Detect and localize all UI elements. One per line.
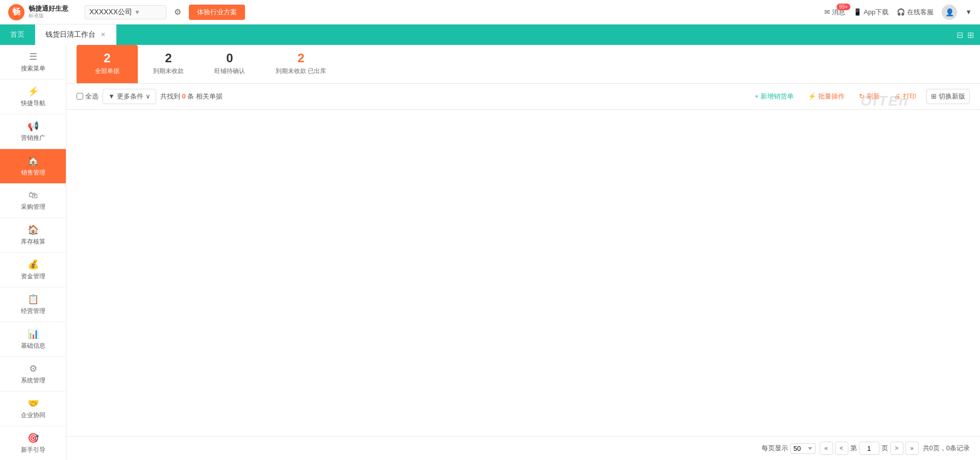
- newbie-icon: 🎯: [28, 432, 39, 444]
- refresh-label: 刷新: [867, 92, 880, 101]
- tab-expand-icon[interactable]: ⊞: [967, 30, 974, 40]
- online-service-btn[interactable]: 🎧 在线客服: [897, 8, 934, 17]
- page-text-unit: 页: [881, 444, 888, 453]
- refresh-btn[interactable]: ↻ 刷新: [855, 89, 884, 104]
- tab-workbench-label: 钱货日清工作台: [45, 30, 95, 39]
- tab-close-icon[interactable]: ✕: [101, 31, 106, 38]
- refresh-icon: ↻: [859, 92, 865, 100]
- sidebar-item-purchase[interactable]: 🛍 采购管理: [0, 184, 66, 218]
- sidebar-item-finance[interactable]: 💰 资金管理: [0, 253, 66, 287]
- page-nav: « < 第 页 > »: [820, 442, 919, 455]
- result-count: 0: [182, 92, 186, 100]
- tab-workbench[interactable]: 钱货日清工作台 ✕: [35, 25, 116, 45]
- sidebar-item-marketing[interactable]: 📢 营销推广: [0, 114, 66, 149]
- user-avatar[interactable]: 👤: [942, 5, 957, 20]
- shortcut-icon: ⚡: [28, 86, 39, 97]
- app-download-btn[interactable]: 📱 App下载: [853, 8, 889, 17]
- logo-title: 畅捷通好生意: [29, 5, 68, 13]
- switch-version-btn[interactable]: ⊞ 切换新版: [926, 89, 970, 104]
- add-sales-order-btn[interactable]: + 新增销货单: [750, 89, 798, 104]
- page-size-label: 每页显示: [762, 444, 788, 453]
- print-icon: 🖨: [894, 92, 901, 100]
- select-all-checkbox[interactable]: 全选: [77, 92, 99, 101]
- table-area: [66, 110, 980, 436]
- sidebar-item-system[interactable]: ⚙ 系统管理: [0, 357, 66, 392]
- sidebar-item-enterprise[interactable]: 🤝 企业协同: [0, 392, 66, 426]
- stat-tab-overdue[interactable]: 2 到期未收款: [138, 45, 199, 83]
- stat-number-all: 2: [104, 51, 110, 66]
- app-download-label: App下载: [864, 8, 889, 17]
- stat-tab-all[interactable]: 2 全部单据: [77, 45, 138, 83]
- content-area: 2 全部单据 2 到期未收款 0 旺铺待确认 2 到期未收款 已出库 全选: [66, 45, 980, 460]
- sidebar-item-shortcut-label: 快捷导航: [21, 99, 45, 108]
- toolbar: 全选 ▼ 更多条件 ∨ 共找到 0 条 相关单据 + 新增销货单: [66, 84, 980, 110]
- last-page-btn[interactable]: »: [905, 442, 919, 455]
- sidebar-item-newbie[interactable]: 🎯 新手引导: [0, 426, 66, 460]
- page-size-dropdown[interactable]: 20 50 100: [790, 443, 816, 454]
- enterprise-icon: 🤝: [28, 398, 39, 409]
- sidebar-item-basic-info[interactable]: 📊 基础信息: [0, 322, 66, 357]
- sidebar-item-operations[interactable]: 📋 经营管理: [0, 287, 66, 322]
- logo-icon: 畅: [8, 4, 24, 20]
- avatar-icon: 👤: [945, 8, 954, 16]
- add-icon: +: [754, 92, 758, 100]
- total-records: 共0页，0条记录: [923, 444, 970, 453]
- prev-page-btn[interactable]: <: [835, 442, 848, 455]
- logo-area: 畅 畅捷通好生意 标准版: [8, 4, 75, 20]
- chevron-down-icon: ▼: [134, 9, 140, 16]
- company-selector[interactable]: XXXXXX公司 ▼: [85, 5, 166, 19]
- page-input[interactable]: [859, 442, 879, 455]
- page-size-select: 每页显示 20 50 100: [762, 443, 816, 454]
- page-text: 第: [850, 444, 857, 453]
- first-page-btn[interactable]: «: [820, 442, 833, 455]
- sidebar-item-marketing-label: 营销推广: [21, 134, 45, 142]
- checkbox-input[interactable]: [77, 93, 83, 100]
- finance-icon: 💰: [28, 259, 39, 270]
- stat-tab-shipped[interactable]: 2 到期未收款 已出库: [260, 45, 341, 83]
- add-sales-order-label: 新增销货单: [761, 92, 794, 101]
- toolbar-right: + 新增销货单 ⚡ 批量操作 ↻ 刷新 🖨 打印 ⊞ 切换新版: [750, 89, 970, 104]
- system-icon: ⚙: [29, 363, 37, 374]
- sidebar-item-shortcut[interactable]: ⚡ 快捷导航: [0, 80, 66, 114]
- download-icon: 📱: [853, 8, 862, 16]
- sidebar: ☰ 搜索菜单 ⚡ 快捷导航 📢 营销推广 🏠 销售管理 🛍 采购管理 🏠 库存核…: [0, 45, 66, 460]
- next-page-btn[interactable]: >: [890, 442, 903, 455]
- tab-home-label: 首页: [10, 30, 24, 39]
- sidebar-item-sales-label: 销售管理: [21, 168, 45, 177]
- tab-bar: 首页 钱货日清工作台 ✕ ⊟ ⊞: [0, 25, 980, 45]
- print-btn[interactable]: 🖨 打印: [890, 89, 920, 104]
- batch-icon: ⚡: [808, 92, 816, 100]
- stat-label-all: 全部单据: [95, 67, 119, 76]
- trial-button[interactable]: 体验行业方案: [189, 5, 245, 20]
- stat-label-overdue: 到期未收款: [153, 67, 184, 76]
- filter-label: 更多条件: [117, 92, 143, 101]
- sidebar-item-finance-label: 资金管理: [21, 272, 45, 281]
- gear-icon: ⚙: [174, 7, 181, 17]
- filter-chevron: ∨: [145, 92, 151, 100]
- print-label: 打印: [903, 92, 916, 101]
- logo-text-area: 畅捷通好生意 标准版: [29, 5, 68, 20]
- result-text: 共找到 0 条 相关单据: [160, 92, 223, 101]
- batch-operation-btn[interactable]: ⚡ 批量操作: [804, 89, 849, 104]
- company-name: XXXXXX公司: [89, 8, 132, 17]
- message-btn[interactable]: ✉ 消息 99+: [824, 8, 845, 17]
- stat-label-shipped: 到期未收款 已出库: [276, 67, 326, 76]
- sidebar-item-inventory[interactable]: 🏠 库存核算: [0, 218, 66, 253]
- settings-icon-btn[interactable]: ⚙: [170, 5, 185, 19]
- marketing-icon: 📢: [28, 120, 39, 132]
- stat-tab-wangpu[interactable]: 0 旺铺待确认: [199, 45, 260, 83]
- tab-minimize-icon[interactable]: ⊟: [957, 30, 963, 40]
- sidebar-item-enterprise-label: 企业协同: [21, 411, 45, 420]
- basic-info-icon: 📊: [28, 328, 39, 340]
- stat-number-shipped: 2: [298, 51, 304, 66]
- user-name[interactable]: ▼: [965, 8, 972, 16]
- switch-label: 切换新版: [939, 92, 965, 101]
- sidebar-item-basic-info-label: 基础信息: [21, 342, 45, 350]
- pagination-bar: 每页显示 20 50 100 « < 第 页 > » 共0页，0条记录: [66, 436, 980, 460]
- sidebar-item-search-label: 搜索菜单: [21, 64, 45, 73]
- sidebar-item-sales[interactable]: 🏠 销售管理: [0, 149, 66, 184]
- sidebar-item-search[interactable]: ☰ 搜索菜单: [0, 45, 66, 80]
- filter-button[interactable]: ▼ 更多条件 ∨: [103, 89, 156, 104]
- tab-home[interactable]: 首页: [0, 25, 35, 45]
- stat-number-overdue: 2: [165, 51, 172, 66]
